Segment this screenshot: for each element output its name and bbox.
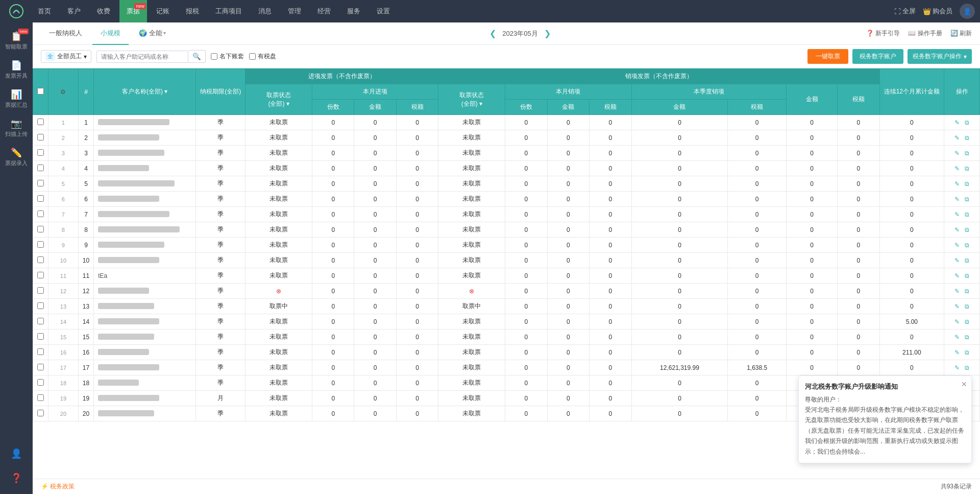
edit-icon[interactable]: ✎ — [954, 165, 960, 172]
row-checkbox[interactable] — [37, 149, 44, 156]
nav-message[interactable]: 消息 — [251, 0, 279, 22]
edit-icon[interactable]: ✎ — [954, 303, 960, 310]
checkbox-taxdisk-input[interactable] — [249, 53, 256, 60]
copy-icon[interactable]: ⧉ — [965, 211, 969, 218]
copy-icon[interactable]: ⧉ — [965, 364, 969, 371]
notification-close-btn[interactable]: ✕ — [961, 380, 967, 388]
row-checkbox[interactable] — [37, 180, 44, 186]
search-button[interactable]: 🔍 — [188, 50, 206, 63]
nav-service[interactable]: 服务 — [340, 0, 368, 22]
copy-icon[interactable]: ⧉ — [965, 318, 969, 325]
in-status-filter-icon[interactable]: ▾ — [286, 100, 289, 107]
copy-icon[interactable]: ⧉ — [965, 349, 969, 356]
row-checkbox[interactable] — [37, 210, 44, 217]
sidebar-item-summary[interactable]: 📊 票据汇总 — [1, 85, 32, 113]
filter-icon[interactable]: ▾ — [164, 88, 167, 95]
row-checkbox[interactable] — [37, 333, 44, 340]
digital-account-dropdown-btn[interactable]: 税务数字账户操作 ▾ — [908, 49, 972, 64]
row-checkbox[interactable] — [37, 241, 44, 248]
row-checkbox[interactable] — [37, 410, 44, 416]
sidebar-item-invoice-open[interactable]: 📄 发票开具 — [1, 56, 32, 84]
member-btn[interactable]: 👑 购会员 — [923, 7, 952, 16]
copy-icon[interactable]: ⧉ — [965, 180, 969, 187]
tab-all-capable[interactable]: 🌍 全能 ▾ — [131, 22, 174, 45]
row-checkbox[interactable] — [37, 348, 44, 355]
edit-icon[interactable]: ✎ — [954, 257, 960, 264]
sidebar-item-scan[interactable]: 📷 扫描上传 — [1, 114, 32, 142]
one-click-fetch-btn[interactable]: 一键取票 — [807, 49, 848, 64]
nav-business[interactable]: 工商项目 — [208, 0, 249, 22]
copy-icon[interactable]: ⧉ — [965, 150, 969, 157]
row-checkbox[interactable] — [37, 272, 44, 278]
edit-icon[interactable]: ✎ — [954, 150, 960, 157]
copy-icon[interactable]: ⧉ — [965, 288, 969, 295]
manual-btn[interactable]: 📖 操作手册 — [908, 29, 942, 38]
nav-operation[interactable]: 经营 — [310, 0, 338, 22]
edit-icon[interactable]: ✎ — [954, 211, 960, 218]
sidebar-item-smart-ticket[interactable]: new 📋 智能取票 — [1, 27, 32, 55]
nav-billing[interactable]: 收费 — [90, 0, 117, 22]
row-checkbox[interactable] — [37, 164, 44, 171]
user-avatar[interactable]: 👤 — [960, 4, 975, 19]
edit-icon[interactable]: ✎ — [954, 119, 960, 126]
period-prev-btn[interactable]: ❮ — [487, 29, 498, 38]
edit-icon[interactable]: ✎ — [954, 318, 960, 325]
tax-policy-link[interactable]: ⚡ 税务政策 — [41, 482, 75, 491]
copy-icon[interactable]: ⧉ — [965, 257, 969, 264]
digital-account-btn[interactable]: 税务数字账户 — [852, 49, 903, 64]
edit-icon[interactable]: ✎ — [954, 180, 960, 187]
row-checkbox[interactable] — [37, 134, 44, 140]
edit-icon[interactable]: ✎ — [954, 272, 960, 279]
settings-gear-icon[interactable]: ⚙ — [60, 88, 66, 96]
sidebar-bottom-help[interactable]: ❓ — [1, 468, 32, 489]
copy-icon[interactable]: ⧉ — [965, 303, 969, 310]
edit-icon[interactable]: ✎ — [954, 196, 960, 203]
copy-icon[interactable]: ⧉ — [965, 165, 969, 172]
edit-icon[interactable]: ✎ — [954, 242, 960, 249]
copy-icon[interactable]: ⧉ — [965, 119, 969, 126]
employee-select[interactable]: 全 全部员工 ▾ — [41, 50, 91, 63]
row-checkbox[interactable] — [37, 318, 44, 324]
nav-bookkeeping[interactable]: 记账 — [149, 0, 177, 22]
edit-icon[interactable]: ✎ — [954, 134, 960, 142]
nav-manage[interactable]: 管理 — [281, 0, 308, 22]
row-checkbox[interactable] — [37, 119, 44, 125]
tab-small-scale[interactable]: 小规模 — [92, 22, 129, 45]
sidebar-item-entry[interactable]: ✏️ 票据录入 — [1, 143, 32, 171]
copy-icon[interactable]: ⧉ — [965, 134, 969, 142]
copy-icon[interactable]: ⧉ — [965, 226, 969, 233]
out-status-filter-icon[interactable]: ▾ — [479, 100, 482, 107]
fullscreen-btn[interactable]: ⛶ 全屏 — [894, 7, 916, 16]
nav-client[interactable]: 客户 — [60, 0, 88, 22]
copy-icon[interactable]: ⧉ — [965, 242, 969, 249]
row-checkbox[interactable] — [37, 302, 44, 309]
copy-icon[interactable]: ⧉ — [965, 334, 969, 341]
edit-icon[interactable]: ✎ — [954, 334, 960, 341]
checkbox-account[interactable]: 名下账套 — [211, 52, 244, 61]
edit-icon[interactable]: ✎ — [954, 226, 960, 233]
copy-icon[interactable]: ⧉ — [965, 196, 969, 203]
nav-settings[interactable]: 设置 — [370, 0, 397, 22]
checkbox-taxdisk[interactable]: 有税盘 — [249, 52, 276, 61]
nav-home[interactable]: 首页 — [31, 0, 58, 22]
guide-btn[interactable]: ❓ 新手引导 — [866, 29, 900, 38]
checkbox-account-input[interactable] — [211, 53, 217, 60]
app-logo[interactable] — [5, 0, 28, 22]
row-checkbox[interactable] — [37, 379, 44, 386]
nav-tax[interactable]: 报税 — [179, 0, 206, 22]
row-checkbox[interactable] — [37, 195, 44, 202]
row-checkbox[interactable] — [37, 364, 44, 370]
search-input[interactable] — [96, 51, 188, 63]
row-checkbox[interactable] — [37, 226, 44, 232]
nav-invoice[interactable]: 票据 new — [119, 0, 147, 22]
copy-icon[interactable]: ⧉ — [965, 272, 969, 279]
select-all-checkbox[interactable] — [37, 88, 44, 95]
period-next-btn[interactable]: ❯ — [542, 29, 553, 38]
edit-icon[interactable]: ✎ — [954, 288, 960, 295]
tab-general-taxpayer[interactable]: 一般纳税人 — [41, 22, 90, 45]
row-checkbox[interactable] — [37, 394, 44, 401]
refresh-btn[interactable]: 🔄 刷新 — [950, 29, 972, 38]
row-checkbox[interactable] — [37, 256, 44, 263]
edit-icon[interactable]: ✎ — [954, 349, 960, 356]
sidebar-bottom-user[interactable]: 👤 — [1, 444, 32, 464]
